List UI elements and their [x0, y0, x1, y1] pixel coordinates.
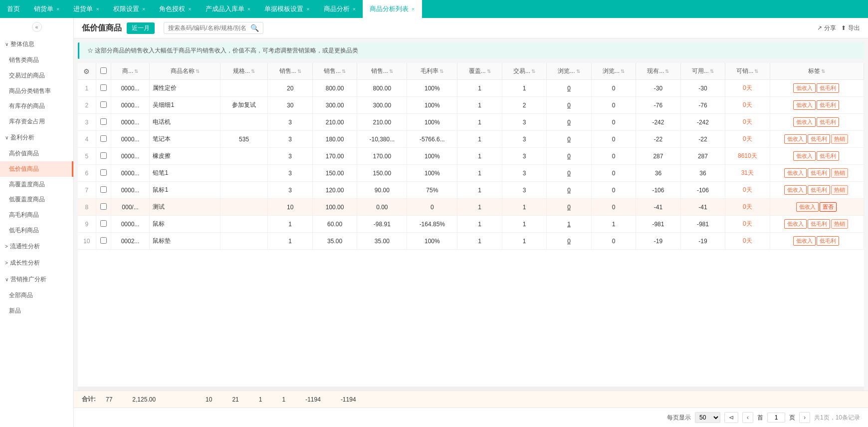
sidebar-collapse-btn[interactable]: « [32, 22, 42, 32]
nav-close-icon[interactable]: × [306, 6, 309, 12]
export-btn[interactable]: ⬆ 导出 [841, 24, 860, 32]
sidebar-group-流通性分析[interactable]: >流通性分析 [0, 238, 73, 255]
share-btn[interactable]: ↗ 分享 [817, 24, 836, 32]
nav-item-权限设置[interactable]: 权限设置× [106, 0, 152, 18]
next-page-btn[interactable]: › [799, 412, 810, 423]
th-available[interactable]: 可用...⇅ [680, 63, 725, 80]
nav-close-icon[interactable]: × [412, 6, 415, 12]
sidebar-group-盈利分析[interactable]: ∨盈利分析 [0, 129, 73, 146]
row-checkbox[interactable] [100, 135, 107, 142]
page-size-select[interactable]: 50 100 200 [695, 412, 720, 423]
view1-link[interactable]: 0 [567, 204, 571, 211]
th-saleable[interactable]: 可销...⇅ [725, 63, 770, 80]
sidebar-item-新品[interactable]: 新品 [0, 303, 73, 319]
sidebar-item-高价值商品[interactable]: 高价值商品 [0, 146, 73, 161]
nav-close-icon[interactable]: × [96, 6, 99, 12]
cell-checkbox[interactable] [96, 97, 111, 114]
nav-close-icon[interactable]: × [56, 6, 59, 12]
sidebar-item-低覆盖度商品[interactable]: 低覆盖度商品 [0, 192, 73, 207]
cell-checkbox[interactable] [96, 199, 111, 216]
nav-item-首页[interactable]: 首页 [0, 0, 27, 18]
sidebar-item-库存资金占用[interactable]: 库存资金占用 [0, 114, 73, 129]
view1-link[interactable]: 0 [567, 153, 571, 160]
th-gross-margin[interactable]: 毛利率⇅ [407, 63, 457, 80]
cell-view1[interactable]: 0 [547, 165, 591, 182]
cell-view1[interactable]: 0 [547, 182, 591, 199]
sidebar-item-有库存的商品[interactable]: 有库存的商品 [0, 98, 73, 114]
cell-view1[interactable]: 0 [547, 97, 591, 114]
th-spec[interactable]: 规格...⇅ [220, 63, 268, 80]
cell-checkbox[interactable] [96, 80, 111, 97]
th-tags[interactable]: 标签⇅ [770, 63, 864, 80]
th-view2[interactable]: 浏览...⇅ [591, 63, 636, 80]
nav-close-icon[interactable]: × [353, 6, 356, 12]
sidebar-item-低毛利商品[interactable]: 低毛利商品 [0, 223, 73, 238]
th-coverage[interactable]: 覆盖...⇅ [457, 63, 502, 80]
view1-link[interactable]: 0 [567, 136, 571, 143]
nav-close-icon[interactable]: × [188, 6, 191, 12]
view1-link[interactable]: 0 [567, 119, 571, 126]
cell-view1[interactable]: 0 [547, 131, 591, 148]
sidebar-item-商品分类销售率[interactable]: 商品分类销售率 [0, 83, 73, 99]
row-checkbox[interactable] [100, 186, 107, 193]
nav-item-销货单[interactable]: 销货单× [27, 0, 66, 18]
horizontal-scrollbar[interactable] [78, 387, 864, 391]
th-trade[interactable]: 交易...⇅ [502, 63, 546, 80]
sidebar-item-高覆盖度商品[interactable]: 高覆盖度商品 [0, 177, 73, 192]
row-checkbox[interactable] [100, 169, 107, 176]
view1-link[interactable]: 0 [567, 187, 571, 194]
filter-recent-month-btn[interactable]: 近一月 [127, 22, 155, 34]
cell-checkbox[interactable] [96, 114, 111, 131]
cell-checkbox[interactable] [96, 165, 111, 182]
cell-checkbox[interactable] [96, 148, 111, 165]
cell-view1[interactable]: 0 [547, 199, 591, 216]
sidebar-item-全部商品[interactable]: 全部商品 [0, 288, 73, 303]
th-sale-count[interactable]: 销售...⇅ [268, 63, 312, 80]
row-checkbox[interactable] [100, 220, 107, 227]
nav-item-商品分析列表[interactable]: 商品分析列表× [363, 0, 422, 18]
cell-view1[interactable]: 0 [547, 233, 591, 250]
cell-view1[interactable]: 0 [547, 80, 591, 97]
th-checkbox[interactable] [96, 63, 111, 80]
th-current[interactable]: 现有...⇅ [636, 63, 680, 80]
row-checkbox[interactable] [100, 203, 107, 210]
nav-item-产成品入库单[interactable]: 产成品入库单× [199, 0, 257, 18]
th-gear[interactable]: ⚙ [78, 63, 96, 80]
sidebar-item-销售类商品[interactable]: 销售类商品 [0, 52, 73, 68]
cell-checkbox[interactable] [96, 233, 111, 250]
view1-link[interactable]: 0 [567, 85, 571, 92]
nav-close-icon[interactable]: × [142, 6, 145, 12]
row-checkbox[interactable] [100, 237, 107, 244]
data-table-container[interactable]: ⚙ 商...⇅ 商品名称⇅ 规格...⇅ 销售...⇅ 销售...⇅ 销售...… [78, 63, 864, 387]
sidebar-group-营销推广分析[interactable]: ∨营销推广分析 [0, 271, 73, 288]
row-checkbox[interactable] [100, 101, 107, 108]
sidebar-item-交易过的商品[interactable]: 交易过的商品 [0, 68, 73, 83]
nav-item-单据模板设置[interactable]: 单据模板设置× [257, 0, 316, 18]
sidebar-group-整体信息[interactable]: ∨整体信息 [0, 36, 73, 52]
select-all-checkbox[interactable] [100, 67, 107, 74]
cell-checkbox[interactable] [96, 182, 111, 199]
gear-icon[interactable]: ⚙ [83, 67, 90, 75]
first-page-btn[interactable]: ⊲ [724, 412, 738, 423]
search-input[interactable] [168, 24, 250, 31]
th-sale-price[interactable]: 销售...⇅ [357, 63, 407, 80]
cell-checkbox[interactable] [96, 131, 111, 148]
nav-close-icon[interactable]: × [247, 6, 250, 12]
cell-view1[interactable]: 0 [547, 114, 591, 131]
sidebar-item-高毛利商品[interactable]: 高毛利商品 [0, 207, 73, 223]
page-number-input[interactable] [767, 413, 785, 423]
nav-item-商品分析[interactable]: 商品分析× [317, 0, 363, 18]
view1-link[interactable]: 0 [567, 238, 571, 245]
cell-view1[interactable]: 1 [547, 216, 591, 233]
row-checkbox[interactable] [100, 118, 107, 125]
sidebar-item-低价值商品[interactable]: 低价值商品 [0, 161, 73, 177]
prev-page-btn[interactable]: ‹ [742, 412, 753, 423]
row-checkbox[interactable] [100, 84, 107, 91]
nav-item-角色授权[interactable]: 角色授权× [152, 0, 198, 18]
row-checkbox[interactable] [100, 152, 107, 159]
th-sale-amount[interactable]: 销售...⇅ [312, 63, 357, 80]
nav-item-进货单[interactable]: 进货单× [66, 0, 106, 18]
view1-link[interactable]: 0 [567, 102, 571, 109]
view1-link[interactable]: 1 [567, 221, 571, 228]
cell-checkbox[interactable] [96, 216, 111, 233]
